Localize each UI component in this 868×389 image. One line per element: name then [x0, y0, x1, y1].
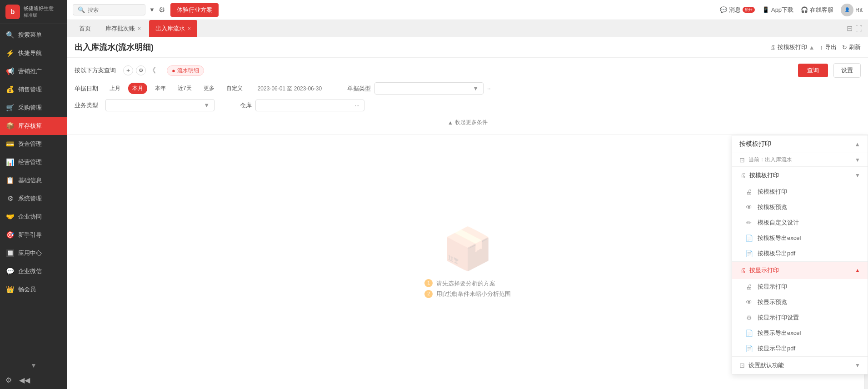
business-type-select[interactable]: ▼ [105, 99, 215, 111]
members-icon: 👑 [5, 285, 15, 294]
warehouse-more[interactable]: ··· [355, 102, 359, 109]
empty-tip-2: 2 用[过滤]条件来缩小分析范围 [424, 289, 510, 299]
sidebar-item-sales[interactable]: 💰 销售管理 [0, 80, 67, 99]
settings-bottom-icon[interactable]: ⚙ [5, 376, 12, 384]
sidebar-label-basic: 基础信息 [18, 176, 42, 185]
sidebar-logo: b 畅捷通好生意 标准版 [0, 0, 67, 24]
doc-type-select[interactable]: ▼ [374, 82, 484, 95]
online-service-button[interactable]: 🎧 在线客服 [801, 6, 833, 14]
tab-maximize-icon[interactable]: ⛶ [855, 25, 863, 33]
filter-row-2: 业务类型 ▼ 仓库 ··· [75, 99, 861, 111]
avatar: 👤 [841, 4, 853, 16]
user-menu[interactable]: 👤 Rit [841, 4, 863, 16]
tab-inventory-batch[interactable]: 库存批次账 × [99, 20, 147, 37]
tab-inventory-batch-close[interactable]: × [138, 25, 141, 32]
sidebar-item-basic[interactable]: 📋 基础信息 [0, 171, 67, 190]
print-template-button[interactable]: 🖨 按模板打印 ▲ [770, 43, 815, 51]
dropdown-bottom-settings[interactable]: ⊡ 设置默认功能 ▼ [732, 357, 868, 374]
sidebar-label-finance: 资金管理 [18, 140, 42, 148]
filter-gear-button[interactable]: ⚙ [136, 65, 146, 75]
date-btn-this-year[interactable]: 本年 [151, 83, 170, 94]
date-btn-custom[interactable]: 自定义 [222, 83, 247, 94]
template-print-toggle[interactable]: ▼ [855, 172, 860, 179]
sidebar-label-system: 系统管理 [18, 194, 42, 203]
tab-home[interactable]: 首页 [73, 20, 97, 37]
date-btn-last-month[interactable]: 上月 [105, 83, 125, 94]
filter-add-button[interactable]: + [123, 65, 133, 75]
template-print-item-design[interactable]: ✏ 模板自定义设计 [732, 215, 868, 230]
sidebar-item-enterprise[interactable]: 🤝 企业协同 [0, 208, 67, 226]
sidebar-item-wechat[interactable]: 💬 企业微信 [0, 262, 67, 280]
search-input[interactable] [88, 7, 140, 13]
online-service-label: 在线客服 [810, 6, 833, 14]
dropdown-panel-close-arrow[interactable]: ▲ [854, 141, 860, 148]
tab-bar: 首页 库存批次账 × 出入库流水 × ⊟ ⛶ [67, 20, 868, 37]
inventory-icon: 📦 [5, 121, 15, 130]
display-print-toggle[interactable]: ▲ [855, 267, 860, 274]
sidebar-item-inventory[interactable]: 📦 库存核算 [0, 117, 67, 135]
display-print-item-preview[interactable]: 👁 按显示预览 [732, 294, 868, 310]
display-print-item-pdf[interactable]: 📄 按显示导出pdf [732, 341, 868, 356]
display-print-item-excel[interactable]: 📄 按显示导出excel [732, 325, 868, 341]
business-type-label: 业务类型 [75, 101, 98, 110]
page-actions: 🖨 按模板打印 ▲ ↑ 导出 ↻ 刷新 [770, 43, 861, 51]
active-filter-label: 流水明细 [177, 67, 199, 75]
app-download-button[interactable]: 📱 App下载 [762, 6, 793, 14]
template-print-header[interactable]: 🖨 按模板打印 ▼ [732, 167, 868, 184]
export-button[interactable]: ↑ 导出 [820, 43, 837, 51]
page-header: 出入库流水(流水明细) 🖨 按模板打印 ▲ ↑ 导出 ↻ 刷新 [67, 37, 868, 58]
refresh-button[interactable]: ↻ 刷新 [842, 43, 861, 51]
dropdown-bottom-arrow: ▼ [855, 362, 860, 369]
sidebar-item-guide[interactable]: 🎯 新手引导 [0, 226, 67, 244]
sidebar-scroll-down[interactable]: ▼ [0, 360, 67, 371]
template-print-item-excel[interactable]: 📄 按模板导出excel [732, 230, 868, 246]
sidebar-item-quick-nav[interactable]: ⚡ 快捷导航 [0, 44, 67, 62]
sidebar-item-marketing[interactable]: 📢 营销推广 [0, 62, 67, 80]
tab-stock-flow[interactable]: 出入库流水 × [149, 20, 197, 37]
date-btn-more[interactable]: 更多 [200, 83, 219, 94]
apps-icon: 🔲 [5, 249, 15, 258]
template-print-item-pdf[interactable]: 📄 按模板导出pdf [732, 246, 868, 261]
settings-button[interactable]: 设置 [833, 63, 861, 78]
search-box[interactable]: 🔍 [73, 4, 145, 15]
query-button[interactable]: 查询 [798, 64, 828, 77]
date-btn-last-7-days[interactable]: 近7天 [174, 83, 196, 94]
message-button[interactable]: 💬 消息 99+ [720, 6, 755, 14]
sidebar-label-operations: 经营管理 [18, 158, 42, 166]
doc-type-more[interactable]: ··· [487, 85, 492, 92]
print-icon: 🖨 [770, 44, 776, 51]
enterprise-icon: 🤝 [5, 212, 15, 221]
empty-tips: 1 请先选择要分析的方案 2 用[过滤]条件来缩小分析范围 [424, 278, 510, 299]
warehouse-input[interactable]: ··· [255, 100, 364, 111]
display-print-item-settings[interactable]: ⚙ 按显示打印设置 [732, 310, 868, 325]
topbar-gear-icon[interactable]: ⚙ [159, 5, 165, 14]
sidebar-item-purchase[interactable]: 🛒 采购管理 [0, 99, 67, 117]
sidebar-item-system[interactable]: ⚙ 系统管理 [0, 190, 67, 208]
date-btn-this-month[interactable]: 本月 [128, 83, 147, 94]
dropdown-current: ⊡ 当前：出入库流水 ▼ [732, 153, 868, 167]
search-dropdown-arrow[interactable]: ▼ [149, 6, 155, 13]
collapse-sidebar-icon[interactable]: ◀◀ [19, 376, 30, 384]
user-name: Rit [855, 6, 863, 13]
refresh-icon: ↻ [842, 44, 847, 51]
excel-item-icon: 📄 [745, 234, 753, 242]
sidebar-item-operations[interactable]: 📊 经营管理 [0, 153, 67, 171]
template-print-item-preview[interactable]: 👁 按模板预览 [732, 199, 868, 215]
sidebar-label-search: 搜索菜单 [18, 31, 42, 39]
collapse-conditions-button[interactable]: ▲ 收起更多条件 [75, 116, 861, 129]
tab-stock-flow-close[interactable]: × [188, 25, 191, 32]
sidebar-item-finance[interactable]: 💳 资金管理 [0, 135, 67, 153]
template-print-item-print[interactable]: 🖨 按模板打印 [732, 184, 868, 199]
date-range: 2023-06-01 至 2023-06-30 [258, 85, 322, 93]
sidebar-item-apps[interactable]: 🔲 应用中心 [0, 244, 67, 262]
trial-button[interactable]: 体验行业方案 [170, 3, 219, 17]
system-icon: ⚙ [5, 194, 15, 203]
sales-icon: 💰 [5, 85, 15, 94]
tab-minimize-icon[interactable]: ⊟ [847, 24, 853, 33]
display-print-header[interactable]: 🖨 按显示打印 ▲ [732, 262, 868, 279]
display-print-item-print[interactable]: 🖨 按显示打印 [732, 279, 868, 294]
sidebar-item-search[interactable]: 🔍 搜索菜单 [0, 26, 67, 44]
sidebar-item-members[interactable]: 👑 畅会员 [0, 280, 67, 299]
active-filter-tag[interactable]: ● 流水明细 [167, 65, 204, 76]
filter-collapse-button[interactable]: 《 [149, 66, 156, 75]
